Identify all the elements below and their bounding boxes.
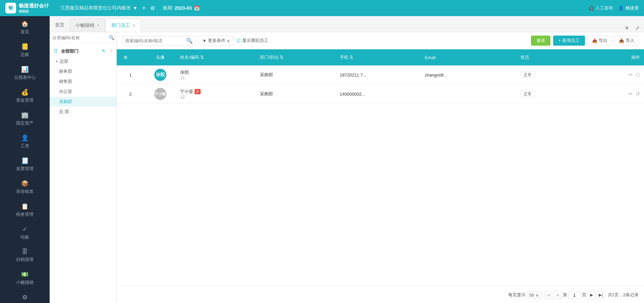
sidebar: 🏠 首页 📒 总账 📊 云报表中心 💰 资金管理 🏢 固定资产 👤 工资 🧾 发… xyxy=(0,16,50,303)
tab-close-dept[interactable]: × xyxy=(133,23,135,28)
assets-icon: 🏢 xyxy=(21,111,29,119)
row-status-2: 正常 xyxy=(517,85,580,104)
tab-dept[interactable]: 部门员工 × xyxy=(106,18,141,32)
row-name-1: 张熙 11 xyxy=(176,65,256,85)
sidebar-item-ledger[interactable]: 📒 总账 xyxy=(0,39,50,62)
row-status-1: 正常 xyxy=(517,65,580,85)
topbar-right: 🎧 人工咨询 👤 畅捷通 xyxy=(589,5,639,11)
tabs-bar: 首页 小畅报销 × 部门员工 × ✕ ⤢ xyxy=(50,16,644,32)
reports-icon: 📊 xyxy=(21,66,29,73)
tab-expense[interactable]: 小畅报销 × xyxy=(70,18,105,32)
edit-icon-1[interactable]: ✏ xyxy=(629,72,633,78)
search-icon: 🔍 xyxy=(109,35,114,40)
page-size: 每页显示 50 ∨ xyxy=(508,292,541,299)
col-phone-header[interactable]: 手机 ⇅ xyxy=(336,49,421,65)
period: 账期 2023-03 📅 xyxy=(163,5,199,11)
import-icon: 📥 xyxy=(619,38,624,43)
table-row: 1 张熙 张熙 11 采购部 xyxy=(117,65,644,85)
capital-icon: 💰 xyxy=(21,89,29,96)
employee-search-box: 🔍 xyxy=(122,36,196,46)
add-employee-button[interactable]: + 新增员工 xyxy=(553,36,585,46)
invoice-icon: 🧾 xyxy=(21,157,29,164)
dept-item-finance[interactable]: 财务部 xyxy=(50,66,116,77)
collapse-icon[interactable]: 《 xyxy=(108,48,112,54)
row-phone-2: 140000002... xyxy=(336,85,421,104)
last-page-button[interactable]: ▶| xyxy=(597,291,605,299)
dept-item-office[interactable]: 办公室 xyxy=(50,87,116,97)
headset-icon: 🎧 xyxy=(589,6,594,11)
sidebar-label-reports: 云报表中心 xyxy=(14,74,36,81)
dept-root[interactable]: ▼ 总部 xyxy=(50,56,116,66)
page-nav: |◀ ◀ 第 页 ▶ ▶| xyxy=(544,291,605,299)
dept-item-sales[interactable]: 销售部 xyxy=(50,77,116,87)
sidebar-label-home: 首页 xyxy=(20,29,29,35)
next-page-button[interactable]: ▶ xyxy=(588,291,596,299)
row-email-2 xyxy=(421,85,516,104)
col-email-header: Email xyxy=(421,49,516,65)
sidebar-item-capital[interactable]: 💰 资金管理 xyxy=(0,85,50,107)
row-avatar-2: 宁小壹 xyxy=(144,85,176,104)
employee-code-2: 12 xyxy=(180,95,252,99)
sidebar-item-invoice[interactable]: 🧾 发票管理 xyxy=(0,153,50,176)
dept-search-box: 🔍 xyxy=(50,32,116,43)
invite-button[interactable]: 邀请 xyxy=(531,36,550,46)
all-dept-header[interactable]: ⠿ 全部部门 ✎ 《 xyxy=(50,46,116,56)
filter-button[interactable]: ▼ 更多条件 ∨ xyxy=(199,36,234,46)
page-size-select[interactable]: 50 ∨ xyxy=(527,292,541,299)
window-maximize-button[interactable]: ⤢ xyxy=(633,24,641,32)
edit-icon-2[interactable]: ✏ xyxy=(629,91,633,97)
sidebar-item-close[interactable]: ✓ 结账 xyxy=(0,221,50,244)
window-close-button[interactable]: ✕ xyxy=(623,24,631,32)
add-dept-icon[interactable]: ✎ xyxy=(102,48,106,54)
sidebar-label-close: 结账 xyxy=(20,234,29,240)
logout-icon-1[interactable]: ⬡ xyxy=(636,72,640,78)
tab-home[interactable]: 首页 xyxy=(50,18,70,32)
sidebar-item-inventory[interactable]: 📦 库存核算 xyxy=(0,176,50,199)
status-badge-2: 正常 xyxy=(521,91,535,97)
employee-code-1: 11 xyxy=(180,75,252,80)
import-button[interactable]: 📥 导入 xyxy=(614,36,639,46)
avatar-1: 张熙 xyxy=(154,69,166,81)
dept-search-input[interactable] xyxy=(52,35,109,40)
col-action-header: 操作 xyxy=(580,49,644,65)
dept-tree: ⠿ 全部部门 ✎ 《 ▼ 总部 财务部 销售部 办公室 采购部 xyxy=(50,43,116,303)
inventory-icon: 📦 xyxy=(21,180,29,187)
consult-button[interactable]: 🎧 人工咨询 xyxy=(589,5,613,11)
col-settings[interactable]: ⚙ xyxy=(117,49,144,65)
ledger-icon: 📒 xyxy=(21,43,29,50)
prev-page-button[interactable]: ◀ xyxy=(553,291,561,299)
sidebar-item-salary[interactable]: 👤 工资 xyxy=(0,130,50,153)
row-num-2: 2 xyxy=(117,85,144,104)
delete-icon-2[interactable]: ↺ xyxy=(636,91,640,97)
export-button[interactable]: 📤 导出 xyxy=(588,36,612,46)
dept-item-purchase[interactable]: 采购部 xyxy=(50,97,116,107)
row-action-2: ✏ ↺ xyxy=(580,85,644,104)
sidebar-label-assets: 固定资产 xyxy=(16,120,34,126)
user-info[interactable]: 👤 畅捷通 xyxy=(618,5,639,11)
sidebar-item-settings[interactable]: ⚙ 基础设置 xyxy=(0,290,50,303)
page-input[interactable] xyxy=(569,292,581,299)
row-dept-1: 采购部 xyxy=(256,65,336,85)
sidebar-label-tax: 税务管理 xyxy=(16,211,34,217)
sidebar-label-expense: 小畅报销 xyxy=(16,280,34,286)
sidebar-item-archive[interactable]: 🗄 归档管理 xyxy=(0,244,50,267)
company-name[interactable]: 江西服宝精品有限责任公司内账张 ▼ + ⚙ xyxy=(60,5,155,12)
settings-gear-icon[interactable]: ⚙ xyxy=(121,53,130,62)
sidebar-item-expense[interactable]: 💵 小畅报销 xyxy=(0,267,50,290)
tax-icon: 📋 xyxy=(21,203,29,210)
sidebar-item-tax[interactable]: 📋 税务管理 xyxy=(0,199,50,221)
show-resigned-checkbox[interactable]: ☑ 显示离职员工 xyxy=(236,38,268,44)
employee-search-input[interactable] xyxy=(125,38,185,43)
close-account-icon: ✓ xyxy=(22,225,28,233)
dept-item-general[interactable]: 总 部 xyxy=(50,107,116,117)
sidebar-item-reports[interactable]: 📊 云报表中心 xyxy=(0,62,50,85)
toolbar: 🔍 ▼ 更多条件 ∨ ☑ 显示离职员工 邀请 + 新增员工 xyxy=(117,32,644,49)
col-dept-header[interactable]: 部门/职位 ⇅ xyxy=(256,49,336,65)
chevron-down-icon: ∨ xyxy=(536,293,539,298)
tab-close-expense[interactable]: × xyxy=(97,23,99,28)
col-name-header[interactable]: 姓名/编码 ⇅ xyxy=(176,49,256,65)
sidebar-item-home[interactable]: 🏠 首页 xyxy=(0,16,50,39)
first-page-button[interactable]: |◀ xyxy=(544,291,552,299)
sidebar-item-assets[interactable]: 🏢 固定资产 xyxy=(0,107,50,130)
chevron-icon: ∨ xyxy=(227,38,230,43)
